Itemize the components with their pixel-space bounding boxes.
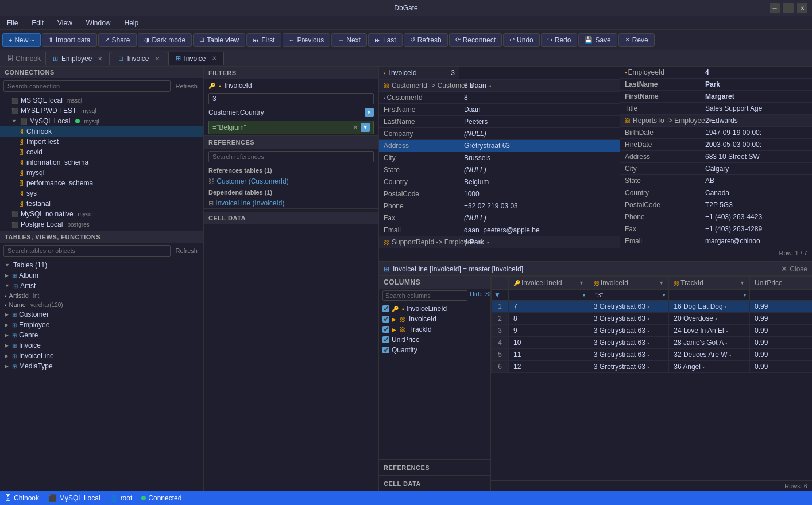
country-filter-x[interactable]: ✕	[365, 108, 374, 117]
trackid-expand-icon[interactable]: ▶	[392, 327, 396, 333]
next-button[interactable]: → Next	[331, 33, 367, 47]
tab-invoice-2[interactable]: ⊞ Invoice ✕	[168, 52, 224, 65]
db-chinook[interactable]: 🗄 Chinook	[0, 126, 203, 137]
grid-col-invoicelineid[interactable]: 🔑InvoiceLineId ▼	[509, 277, 589, 290]
dark-mode-button[interactable]: ◑ Dark mode	[138, 33, 192, 47]
mediatype-expand[interactable]: ▶	[5, 363, 9, 369]
db-performance-schema[interactable]: 🗄 performance_schema	[0, 178, 203, 188]
new-button[interactable]: + New ~	[2, 33, 41, 47]
grid-row-5[interactable]: 5 11 3 Grétrystraat 63 ▪ 32 Deuces Are W…	[492, 349, 813, 361]
grid-row-2[interactable]: 2 8 3 Grétrystraat 63 ▪ 20 Overdose ▪ 0.…	[492, 313, 813, 325]
genre-expand[interactable]: ▶	[5, 332, 9, 338]
last-button[interactable]: ⏭ Last	[368, 33, 403, 47]
customer-ref-link[interactable]: ⛓ Customer (CustomerId)	[204, 176, 378, 187]
album-expand[interactable]: ▶	[5, 273, 9, 278]
grid-filter-unitprice-input[interactable]	[752, 292, 812, 298]
grid-col-invoiceid[interactable]: ⛓InvoiceId ▼	[589, 277, 668, 290]
import-data-button[interactable]: ⬆ Import data	[42, 33, 97, 47]
grid-filter-trackid-input[interactable]	[671, 292, 741, 298]
db-covid[interactable]: 🗄 covid	[0, 147, 203, 157]
il-close-x[interactable]: ✕	[781, 265, 787, 273]
menu-window[interactable]: Window	[84, 18, 113, 28]
il-data-grid[interactable]: 🔑InvoiceLineId ▼ ⛓InvoiceId	[491, 276, 812, 480]
tables-group[interactable]: ▼ Tables (11)	[0, 260, 203, 270]
table-customer[interactable]: ▶ ⊞ Customer	[0, 309, 203, 320]
col-cb-quantity[interactable]	[382, 347, 389, 354]
invoiceline-expand[interactable]: ▶	[5, 353, 9, 359]
table-mediatype[interactable]: ▶ ⊞ MediaType	[0, 361, 203, 371]
il-hide-button[interactable]: Hide	[470, 290, 483, 301]
table-view-button[interactable]: ⊞ Table view	[193, 33, 245, 47]
employee-tab-close[interactable]: ✕	[98, 56, 102, 62]
il-col-search-input[interactable]	[382, 290, 467, 301]
save-button[interactable]: 💾 Save	[578, 33, 617, 47]
grid-filter-invoiceid-input[interactable]	[591, 292, 660, 298]
close-button[interactable]: ✕	[797, 3, 807, 13]
reconnect-button[interactable]: ⟳ Reconnect	[449, 33, 502, 47]
menu-help[interactable]: Help	[122, 18, 141, 28]
grid-col-trackid[interactable]: ⛓TrackId ▼	[669, 277, 750, 290]
table-album[interactable]: ▶ ⊞ Album	[0, 270, 203, 281]
table-artist[interactable]: ▼ ⊞ Artist	[0, 281, 203, 291]
previous-button[interactable]: ← Previous	[283, 33, 331, 47]
tab-employee[interactable]: ⊞ Employee ✕	[45, 52, 110, 65]
connection-refresh-button[interactable]: Refresh	[173, 81, 200, 91]
reve-button[interactable]: ✕ Reve	[618, 33, 655, 47]
db-sys[interactable]: 🗄 sys	[0, 188, 203, 199]
invoiceid-filter-input[interactable]	[208, 93, 374, 104]
connection-search-input[interactable]	[3, 80, 171, 92]
menu-edit[interactable]: Edit	[29, 18, 46, 28]
employee-expand[interactable]: ▶	[5, 322, 9, 328]
menu-file[interactable]: File	[5, 18, 20, 28]
col-cb-trackid[interactable]	[382, 326, 389, 333]
conn-mysql-no-native[interactable]: ⬛ MySQL no native mysql	[0, 209, 203, 219]
address-row[interactable]: Address Grétrystraat 63	[379, 140, 620, 152]
col-cb-invoicelineid[interactable]	[382, 305, 389, 312]
db-mysql[interactable]: 🗄 mysql	[0, 168, 203, 178]
mysql-local-expand[interactable]: ▼	[11, 118, 17, 124]
conn-mssql[interactable]: ⬛ MS SQL local mssql	[0, 95, 203, 106]
references-search-input[interactable]	[208, 151, 374, 162]
table-genre[interactable]: ▶ ⊞ Genre	[0, 330, 203, 340]
invoice-expand[interactable]: ▶	[5, 343, 9, 348]
artist-expand[interactable]: ▼	[5, 283, 10, 289]
col-cb-unitprice[interactable]	[382, 336, 389, 343]
country-filter-dropdown[interactable]: ▼	[361, 123, 370, 132]
conn-postgre-local[interactable]: ⬛ Postgre Local postgres	[0, 219, 203, 230]
maximize-button[interactable]: □	[783, 3, 794, 13]
tables-refresh-button[interactable]: Refresh	[173, 246, 200, 255]
tables-group-expand[interactable]: ▼	[5, 262, 10, 268]
country-filter-remove[interactable]: ✕	[353, 123, 358, 131]
minimize-button[interactable]: ─	[770, 3, 780, 13]
grid-invoicelineid-sort[interactable]: ▼	[579, 280, 584, 286]
redo-button[interactable]: ↪ Redo	[541, 33, 578, 47]
col-cb-invoiceid[interactable]	[382, 316, 389, 323]
first-button[interactable]: ⏮ First	[246, 33, 281, 47]
grid-row-4[interactable]: 4 10 3 Grétrystraat 63 ▪ 28 Janie's Got …	[492, 337, 813, 349]
conn-mysl-pwd[interactable]: ⬛ MYSL PWD TEST mysql	[0, 106, 203, 116]
grid-row-3[interactable]: 3 9 3 Grétrystraat 63 ▪ 24 Love In An El…	[492, 325, 813, 337]
menu-view[interactable]: View	[55, 18, 75, 28]
undo-button[interactable]: ↩ Undo	[503, 33, 540, 47]
conn-mysql-local[interactable]: ▼ ⬛ MySQL Local mysql	[0, 116, 203, 126]
invoice2-tab-close[interactable]: ✕	[212, 55, 216, 61]
share-button[interactable]: ↗ Share	[98, 33, 137, 47]
grid-row-6[interactable]: 6 12 3 Grétrystraat 63 ▪ 36 Angel ▪ 0.99…	[492, 361, 813, 373]
il-close-label[interactable]: Close	[790, 265, 807, 273]
tab-invoice-1[interactable]: ⊞ Invoice ✕	[111, 52, 167, 65]
table-invoice[interactable]: ▶ ⊞ Invoice	[0, 340, 203, 351]
invoiceid-expand-icon[interactable]: ▶	[392, 316, 396, 323]
grid-col-unitprice[interactable]: UnitPrice ▼	[750, 277, 812, 290]
table-employee[interactable]: ▶ ⊞ Employee	[0, 320, 203, 330]
grid-trackid-sort[interactable]: ▼	[740, 280, 745, 286]
grid-invoiceid-sort[interactable]: ▼	[659, 280, 664, 286]
supportrep-detail-expand[interactable]: ▪	[487, 239, 489, 246]
db-information-schema[interactable]: 🗄 information_schema	[0, 157, 203, 168]
table-invoiceline[interactable]: ▶ ⊞ InvoiceLine	[0, 351, 203, 361]
refresh-button[interactable]: ↺ Refresh	[404, 33, 448, 47]
grid-row-1[interactable]: 1 7 3 Grétrystraat 63 ▪ 16 Dog Eat Dog ▪…	[492, 301, 813, 313]
db-testanal[interactable]: 🗄 testanal	[0, 199, 203, 209]
grid-filter-invoicelineid-input[interactable]	[511, 292, 581, 298]
customer-expand[interactable]: ▶	[5, 312, 9, 317]
customer-detail-expand[interactable]: ▪	[489, 83, 492, 89]
